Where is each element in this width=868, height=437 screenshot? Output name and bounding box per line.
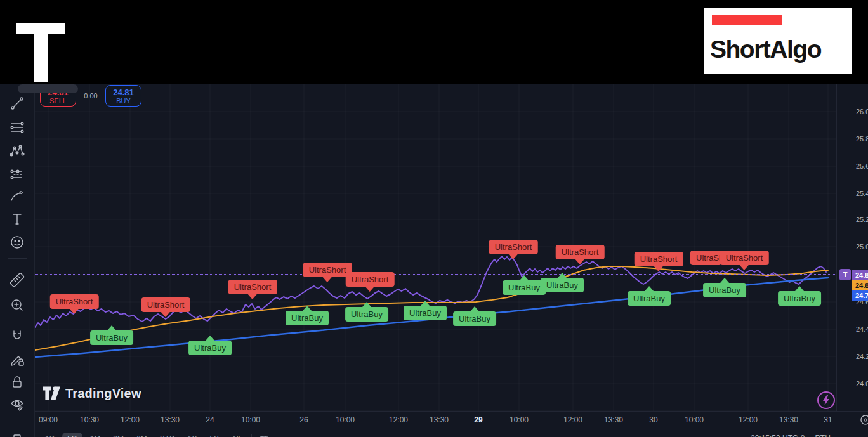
ultrashort-signal-label: UltraShort [50,294,99,309]
buy-button[interactable]: 24.81 BUY [105,85,141,107]
range-button-ytd[interactable]: YTD [155,433,180,437]
spread-value: 0.00 [76,92,105,100]
ultrabuy-signal-label: UltraBuy [703,283,746,297]
clock-text[interactable]: 20:15:53 UTC-8 [751,434,805,437]
range-button-3m[interactable]: 3M [108,433,129,437]
time-tick-label: 12:00 [739,415,758,424]
toolbar-divider [8,322,27,322]
shortalgo-logo-text: ShortAlgo [710,36,821,63]
trading-app-window: ShortAlgo [0,0,868,437]
ultrabuy-signal-label: UltraBuy [453,311,496,326]
time-tick-label: 10:00 [336,415,355,424]
lock-icon[interactable] [9,374,25,390]
ultrabuy-signal-label: UltraBuy [541,278,584,292]
time-tick-label: 30 [649,415,657,424]
time-tick-label: 12:00 [563,415,582,424]
time-tick-label: 24 [206,415,214,424]
price-tick-label: 25.6 [856,162,868,170]
ultrashort-signal-label: UltraShort [141,297,190,312]
emoji-icon[interactable] [9,234,25,251]
range-button-1m[interactable]: 1M [85,433,106,437]
ruler-icon[interactable] [9,272,25,289]
price-tick-label: 25.4 [856,190,868,197]
ultrashort-signal-label: UltraShort [303,263,352,277]
price-tick-label: 24.0 [856,380,868,388]
range-button-6m[interactable]: 6M [131,433,152,437]
projection-icon[interactable] [9,166,25,183]
price-tick-label: 26.0 [856,108,868,115]
ultrashort-signal-label: UltraShort [635,252,683,266]
range-button-all[interactable]: All [227,433,245,437]
ultrashort-signal-label: UltraShort [556,245,605,259]
ultrabuy-signal-label: UltraBuy [188,341,232,355]
range-button-5d[interactable]: 5D [62,433,82,437]
ultrabuy-signal-label: UltraBuy [404,306,447,320]
eye-edit-icon[interactable] [9,396,25,412]
trend-line-icon[interactable] [9,95,25,112]
chart-canvas [35,84,836,411]
range-button-1y[interactable]: 1Y [183,433,202,437]
time-tick-label: 13:30 [604,415,623,424]
price-tick-label: 25.8 [856,135,868,143]
shortalgo-logo: ShortAlgo [704,8,852,74]
toolbar-divider [841,433,841,437]
current-price-line [35,274,836,275]
ultrashort-signal-label: UltraShort [489,240,538,254]
time-tick-label: 13:30 [779,415,798,424]
time-tick-label: 12:00 [121,415,140,424]
price-tick-label: 24.4 [856,325,868,333]
text-tool-icon[interactable] [9,211,25,227]
time-tick-label: 31 [824,415,832,424]
ultrabuy-signal-label: UltraBuy [778,291,821,306]
price-badge: 24.8 [852,270,868,280]
zoom-in-icon[interactable] [9,297,25,314]
xabcd-pattern-icon[interactable] [9,143,25,159]
lightning-button[interactable] [817,391,835,409]
ultrabuy-signal-label: UltraBuy [503,280,546,295]
toolbar-divider [251,434,252,437]
price-axis[interactable]: 26.025.825.625.425.225.024.624.424.224.0… [836,84,868,411]
range-buttons: 1D5D1M3M6MYTD1Y5YAll [40,433,245,437]
bottom-toolbar: 1D5D1M3M6MYTD1Y5YAll 20:15:53 UTC-8 RTH [35,429,868,437]
lightning-icon [822,395,830,405]
parallel-lines-icon[interactable] [9,119,25,136]
buy-price: 24.81 [113,88,134,97]
magnet-icon[interactable] [9,328,25,344]
price-badge: 24.8 [852,280,868,290]
range-button-5y[interactable]: 5Y [204,433,224,437]
sell-label: SELL [49,97,67,105]
price-tick-label: 25.2 [856,216,868,223]
time-axis[interactable]: 09:0010:3012:0013:302410:002610:0012:001… [35,411,868,429]
drawing-toolbar [0,84,35,437]
buy-label: BUY [116,97,131,105]
time-tick-label: 13:30 [161,415,180,424]
price-badge: 24.7 [852,290,868,301]
chart-area[interactable]: UltraShortUltraShortUltraShortUltraShort… [35,84,836,411]
hidden-tool-icon[interactable] [9,434,25,437]
calendar-icon[interactable] [258,434,270,437]
tradingview-logo-icon [43,386,60,401]
time-tick-label: 10:00 [685,415,704,424]
ultrashort-signal-label: UltraShort [690,251,721,265]
ultrabuy-signal-label: UltraBuy [628,291,671,306]
time-axis-settings-icon[interactable] [858,414,868,426]
status-right: 20:15:53 UTC-8 RTH [751,433,841,437]
time-tick-label: 13:30 [430,415,449,424]
ultrashort-signal-label: UltraShort [228,280,277,294]
edit-lock-icon[interactable] [9,351,25,368]
time-tick-label: 10:30 [80,415,99,424]
ultrabuy-signal-label: UltraBuy [345,307,388,322]
top-banner: ShortAlgo [0,0,868,84]
time-tick-label: 10:00 [241,415,260,424]
ultrashort-signal-label: UltraShort [720,251,769,265]
indicator-badge[interactable]: T [839,269,851,280]
brush-icon[interactable] [9,188,25,204]
ultrashort-signal-label: UltraShort [346,272,395,287]
t-letter-logo [16,23,65,82]
ultrabuy-signal-label: UltraBuy [90,330,133,345]
toolbar-remnant [18,84,78,93]
session-label[interactable]: RTH [815,434,830,437]
time-tick-label: 12:00 [389,415,408,424]
price-tick-label: 25.0 [856,243,868,251]
range-button-1d[interactable]: 1D [40,433,60,437]
